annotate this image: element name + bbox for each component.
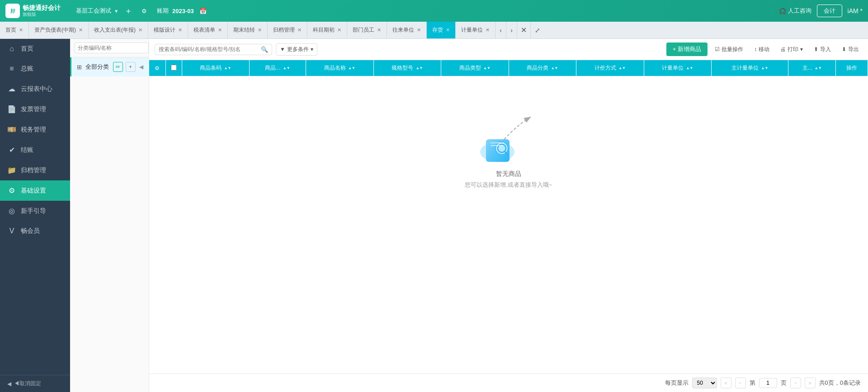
sidebar-item-home[interactable]: ⌂ 首页 <box>0 39 70 59</box>
sort-unit-icon[interactable]: ▲▼ <box>686 66 693 70</box>
sort-type-icon[interactable]: ▲▼ <box>483 66 491 70</box>
import-label: 导入 <box>820 46 831 53</box>
tab-inventory-close[interactable]: ✕ <box>446 27 450 33</box>
sidebar-item-member[interactable]: V 畅会员 <box>0 221 70 241</box>
add-product-button[interactable]: + 新增商品 <box>666 43 708 56</box>
tab-period-end-close[interactable]: ✕ <box>258 27 262 33</box>
category-edit-icon[interactable]: ✏ <box>113 62 123 72</box>
sort-name-icon[interactable]: ▲▼ <box>348 66 355 70</box>
sort-code-icon[interactable]: ▲▼ <box>283 66 290 70</box>
tab-period-end[interactable]: 期末结转 ✕ <box>228 22 268 39</box>
col-barcode[interactable]: 商品条码 ▲▼ <box>182 60 249 76</box>
col-main-unit[interactable]: 主计量单位 ▲▼ <box>712 60 788 76</box>
sort-barcode-icon[interactable]: ▲▼ <box>224 66 231 70</box>
col-unit[interactable]: 计量单位 ▲▼ <box>644 60 711 76</box>
tab-template[interactable]: 模版设计 ✕ <box>148 22 188 39</box>
print-button[interactable]: 🖨 打印 ▾ <box>777 44 807 55</box>
total-label: 共0页，0条记录 <box>819 379 861 387</box>
tab-prev-button[interactable]: ‹ <box>495 22 506 39</box>
per-page-select[interactable]: 50 100 200 <box>692 378 717 388</box>
sort-main-extra-icon[interactable]: ▲▼ <box>815 66 822 70</box>
tab-contacts[interactable]: 往来单位 ✕ <box>387 22 427 39</box>
main-layout: ⌂ 首页 ≡ 总账 ☁ 云报表中心 📄 发票管理 💴 税务管理 ✔ 结账 📁 归… <box>0 39 868 392</box>
tab-tax-close[interactable]: ✕ <box>218 27 222 33</box>
sidebar-item-invoice[interactable]: 📄 发票管理 <box>0 99 70 119</box>
sidebar-pin-toggle[interactable]: ◀ ◀取消固定 <box>0 375 70 392</box>
page-prev-button[interactable]: ‹ <box>735 378 746 388</box>
tab-balance-sheet[interactable]: 资产负债表(中期) ✕ <box>29 22 89 39</box>
col-spec[interactable]: 规格型号 ▲▼ <box>373 60 441 76</box>
select-all-checkbox[interactable] <box>171 65 177 71</box>
tab-dept-close[interactable]: ✕ <box>377 27 381 33</box>
tab-subject-close[interactable]: ✕ <box>337 27 341 33</box>
settings-icon[interactable]: ⚙ <box>142 8 147 14</box>
tab-subject[interactable]: 科目期初 ✕ <box>307 22 347 39</box>
tab-expand-button[interactable]: ⤢ <box>531 22 544 39</box>
col-checkbox[interactable] <box>165 60 182 76</box>
tab-unit-close[interactable]: ✕ <box>486 27 490 33</box>
main-search-input[interactable] <box>159 46 259 52</box>
tab-homepage[interactable]: 首页 ✕ <box>0 22 29 39</box>
tab-next-button[interactable]: › <box>506 22 517 39</box>
page-next-button[interactable]: › <box>790 378 801 388</box>
import-button[interactable]: ⬆ 导入 <box>810 44 835 55</box>
tab-archive[interactable]: 归档管理 ✕ <box>268 22 307 39</box>
move-label: 移动 <box>759 46 769 53</box>
sort-pricing-icon[interactable]: ▲▼ <box>618 66 626 70</box>
tab-inventory[interactable]: 存货 ✕ <box>427 22 456 39</box>
period-label: 账期 <box>157 7 169 15</box>
left-panel: 🔍 ⊞ 全部分类 ✏ + ◀ <box>70 39 149 392</box>
sidebar-item-checkout[interactable]: ✔ 结账 <box>0 140 70 160</box>
col-main-extra[interactable]: 主... ▲▼ <box>788 60 835 76</box>
sidebar-item-cloud-reports[interactable]: ☁ 云报表中心 <box>0 79 70 99</box>
tab-archive-close[interactable]: ✕ <box>297 27 302 33</box>
table-wrap: ⚙ 商品条码 ▲▼ 商品... ▲▼ 商品名称 <box>149 60 868 373</box>
col-code[interactable]: 商品... ▲▼ <box>249 60 306 76</box>
col-main-unit-label: 主计量单位 <box>731 65 759 71</box>
page-number-input[interactable]: 1 <box>759 378 777 388</box>
add-tab-button[interactable]: ＋ <box>124 5 132 16</box>
settings-gear-icon: ⚙ <box>7 186 16 195</box>
tab-close-all-button[interactable]: ✕ <box>517 22 531 39</box>
sort-main-unit-icon[interactable]: ▲▼ <box>761 66 769 70</box>
col-type[interactable]: 商品类型 ▲▼ <box>441 60 509 76</box>
tab-dept[interactable]: 部门员工 ✕ <box>347 22 387 39</box>
category-add-icon[interactable]: + <box>126 62 136 72</box>
service-button[interactable]: 🎧 人工咨询 <box>779 7 811 15</box>
col-pricing[interactable]: 计价方式 ▲▼ <box>576 60 644 76</box>
user-button[interactable]: 会计 <box>817 5 842 17</box>
export-button[interactable]: ⬇ 导出 <box>838 44 863 55</box>
col-name[interactable]: 商品名称 ▲▼ <box>306 60 373 76</box>
sidebar-item-guide[interactable]: ◎ 新手引导 <box>0 201 70 221</box>
sidebar-item-tax[interactable]: 💴 税务管理 <box>0 119 70 140</box>
headset-icon: 🎧 <box>779 8 786 14</box>
calendar-icon[interactable]: 📅 <box>199 8 207 14</box>
category-search-area: 🔍 <box>70 39 149 57</box>
tab-income[interactable]: 收入支出表(年报) ✕ <box>89 22 148 39</box>
col-settings[interactable]: ⚙ <box>149 60 165 76</box>
category-search-input[interactable] <box>75 43 149 53</box>
move-button[interactable]: ↕ 移动 <box>750 44 773 55</box>
page-first-button[interactable]: « <box>721 378 731 388</box>
tab-tax[interactable]: 税表清单 ✕ <box>188 22 228 39</box>
col-category[interactable]: 商品分类 ▲▼ <box>509 60 576 76</box>
batch-operation-button[interactable]: ☑ 批量操作 <box>711 44 747 55</box>
sidebar-item-ledger[interactable]: ≡ 总账 <box>0 59 70 79</box>
sort-spec-icon[interactable]: ▲▼ <box>416 66 423 70</box>
panel-collapse-button[interactable]: ◀ <box>139 64 143 70</box>
tab-balance-close[interactable]: ✕ <box>79 27 83 33</box>
filter-caret-icon: ▾ <box>311 46 313 52</box>
tab-homepage-close[interactable]: ✕ <box>19 27 23 33</box>
sidebar-item-archive[interactable]: 📁 归档管理 <box>0 160 70 180</box>
more-conditions-button[interactable]: ▼ 更多条件 ▾ <box>276 43 317 56</box>
page-last-button[interactable]: » <box>805 378 816 388</box>
tab-template-close[interactable]: ✕ <box>178 27 182 33</box>
tab-income-close[interactable]: ✕ <box>138 27 142 33</box>
sort-category-icon[interactable]: ▲▼ <box>551 66 558 70</box>
tab-contacts-close[interactable]: ✕ <box>417 27 421 33</box>
company-dropdown-icon[interactable]: ▾ <box>115 8 118 14</box>
tab-unit[interactable]: 计量单位 ✕ <box>456 22 495 39</box>
all-category-item[interactable]: ⊞ 全部分类 ✏ + ◀ <box>70 57 149 76</box>
main-search-icon[interactable]: 🔍 <box>261 46 268 53</box>
sidebar-item-basic-settings[interactable]: ⚙ 基础设置 <box>0 180 70 201</box>
